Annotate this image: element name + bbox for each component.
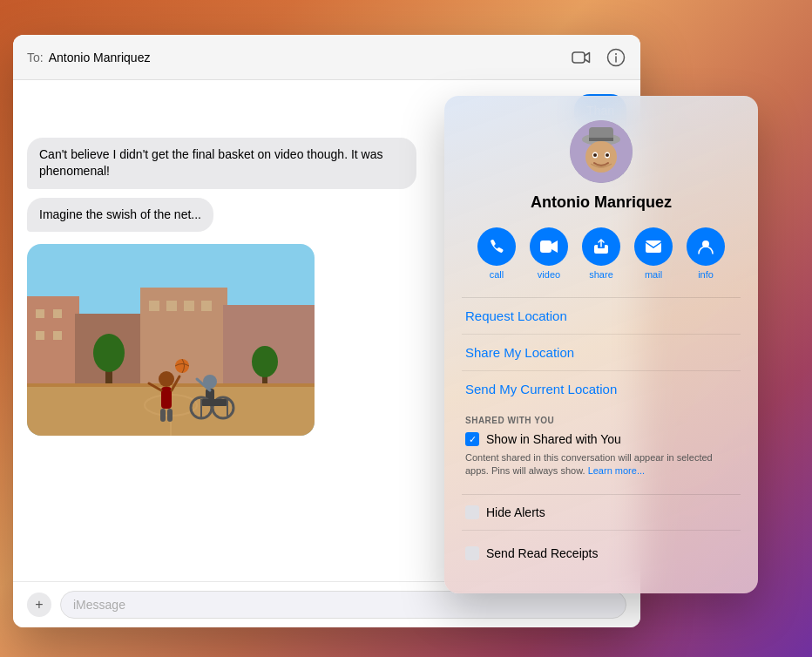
video-call-button[interactable] — [569, 45, 593, 70]
photo-bubble — [27, 244, 315, 436]
svg-rect-0 — [572, 52, 585, 63]
bottom-settings-section: Hide Alerts Send Read Receipts — [462, 494, 741, 571]
info-button[interactable] — [604, 45, 628, 70]
call-label: call — [490, 269, 504, 280]
svg-point-2 — [615, 53, 617, 55]
svg-rect-13 — [166, 301, 177, 311]
title-bar: To: Antonio Manriquez — [13, 35, 640, 80]
message-text: Imagine the swish of the net... — [39, 207, 201, 221]
send-read-receipts-label: Send Read Receipts — [486, 546, 598, 560]
to-label: To: — [27, 51, 44, 64]
svg-point-24 — [159, 371, 174, 387]
info-action-button[interactable]: info — [687, 227, 725, 280]
action-buttons-row: call video share — [462, 227, 741, 280]
call-icon — [477, 227, 516, 266]
share-label: share — [589, 269, 613, 280]
hide-alerts-label: Hide Alerts — [486, 505, 545, 519]
svg-point-47 — [606, 153, 609, 157]
info-label: info — [698, 269, 714, 280]
svg-rect-29 — [167, 409, 173, 422]
hide-alerts-checkbox[interactable] — [465, 505, 479, 519]
svg-rect-12 — [149, 301, 159, 311]
video-action-button[interactable]: video — [530, 227, 568, 280]
contact-info-panel: Antonio Manriquez call video — [444, 96, 758, 593]
add-icon: + — [35, 597, 43, 613]
mail-label: mail — [645, 269, 662, 280]
svg-rect-28 — [160, 409, 166, 422]
send-read-receipts-row: Send Read Receipts — [462, 536, 741, 571]
share-icon — [582, 227, 620, 266]
share-my-location-item[interactable]: Share My Location — [462, 335, 741, 371]
input-placeholder: iMessage — [73, 598, 125, 612]
shared-section-label: SHARED WITH YOU — [465, 416, 737, 425]
mail-action-button[interactable]: mail — [634, 227, 673, 280]
location-menu-section: Request Location Share My Location Send … — [462, 297, 741, 407]
svg-rect-11 — [53, 331, 62, 340]
mail-icon — [634, 227, 673, 266]
svg-rect-42 — [589, 138, 613, 141]
svg-rect-15 — [201, 301, 212, 311]
svg-rect-48 — [540, 240, 551, 253]
message-bubble-received-2: Imagine the swish of the net... — [27, 198, 213, 233]
svg-rect-35 — [201, 399, 227, 406]
svg-rect-10 — [36, 331, 44, 340]
message-bubble-received-1: Can't believe I didn't get the final bas… — [27, 138, 416, 189]
send-read-receipts-checkbox[interactable] — [465, 546, 479, 560]
svg-rect-9 — [53, 309, 62, 318]
share-action-button[interactable]: share — [582, 227, 620, 280]
request-location-item[interactable]: Request Location — [462, 298, 741, 335]
show-in-shared-checkbox[interactable]: ✓ — [465, 432, 479, 446]
svg-point-17 — [93, 334, 125, 372]
contact-name-header: Antonio Manriquez — [49, 51, 151, 64]
send-current-location-item[interactable]: Send My Current Location — [462, 371, 741, 407]
svg-rect-25 — [161, 387, 172, 409]
svg-point-19 — [252, 346, 278, 377]
message-input[interactable]: iMessage — [60, 591, 626, 619]
contact-full-name: Antonio Manriquez — [462, 193, 741, 212]
svg-rect-14 — [184, 301, 194, 311]
svg-rect-51 — [646, 240, 661, 253]
hide-alerts-row: Hide Alerts — [462, 495, 741, 531]
video-label: video — [538, 269, 560, 280]
message-text: Can't believe I didn't get the final bas… — [39, 147, 383, 179]
svg-point-30 — [175, 359, 189, 373]
add-attachment-button[interactable]: + — [27, 593, 51, 617]
svg-rect-8 — [36, 309, 44, 318]
contact-avatar — [570, 120, 633, 183]
shared-with-you-section: SHARED WITH YOU ✓ Show in Shared with Yo… — [462, 407, 741, 494]
call-action-button[interactable]: call — [477, 227, 516, 280]
video-icon — [530, 227, 568, 266]
show-in-shared-label: Show in Shared with You — [486, 432, 621, 446]
title-bar-actions — [569, 45, 628, 70]
shared-description: Content shared in this conversation will… — [465, 451, 737, 478]
learn-more-link[interactable]: Learn more... — [588, 465, 645, 476]
info-person-icon — [687, 227, 725, 266]
svg-point-46 — [593, 153, 597, 157]
show-in-shared-row: ✓ Show in Shared with You — [465, 432, 737, 446]
